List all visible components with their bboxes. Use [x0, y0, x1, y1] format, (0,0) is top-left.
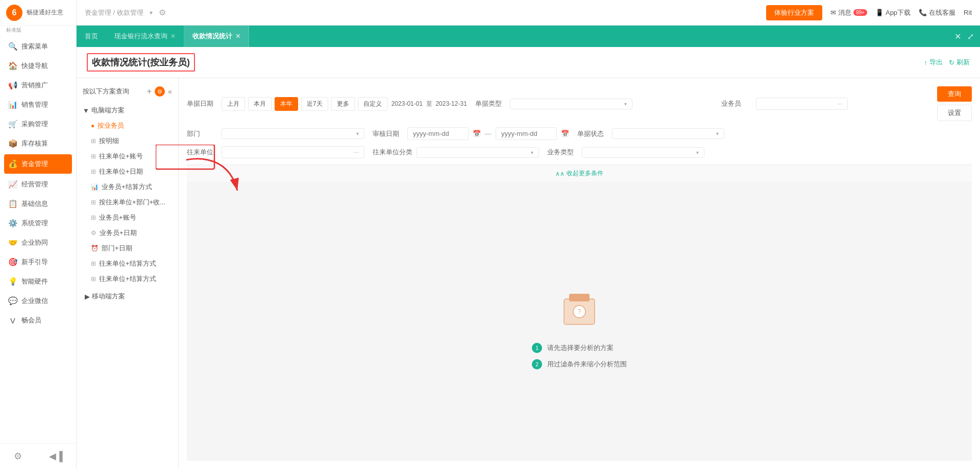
calendar-icon-2[interactable]: 📅 [561, 130, 569, 137]
tree-desktop-header[interactable]: ▼ 电脑端方案 [77, 103, 178, 118]
collapse-panel-icon[interactable]: « [168, 87, 172, 96]
sidebar-item-vip[interactable]: V 畅会员 [0, 311, 76, 330]
sidebar-item-inventory[interactable]: 📦 库存核算 [0, 134, 76, 153]
counterpart-more-icon[interactable]: ··· [354, 149, 359, 156]
sidebar-bottom: ⚙ ◀▐ [0, 443, 76, 469]
sidebar-item-operations[interactable]: 📈 经营管理 [0, 175, 76, 194]
scheme-counterpart-date[interactable]: ⊞ 往来单位+日期 [77, 164, 178, 179]
sidebar-item-system[interactable]: ⚙️ 系统管理 [0, 214, 76, 233]
filter-counterpart-cat-item: 往来单位分类 ▾ [373, 147, 539, 158]
tab-bank-close-icon[interactable]: ✕ [170, 33, 176, 40]
scheme-dept-date[interactable]: ⏰ 部门+日期 [77, 241, 178, 256]
doctype-select[interactable]: ▾ [510, 99, 632, 109]
tab-bar-right-actions: ✕ ⤢ [954, 32, 980, 41]
scheme-by-staff[interactable]: ● 按业务员 [77, 118, 178, 133]
scheme-counterpart-settle1[interactable]: ⊞ 往来单位+结算方式 [77, 256, 178, 271]
counterpart-dept-icon: ⊞ [91, 199, 96, 206]
scheme-staff-date[interactable]: ⚙ 业务员+日期 [77, 225, 178, 241]
tab-maximize-icon[interactable]: ⤢ [967, 32, 974, 41]
scheme-counterpart-dept[interactable]: ⊞ 按往来单位+部门+收... [77, 195, 178, 210]
sidebar-item-purchase[interactable]: 🛒 采购管理 [0, 114, 76, 134]
refresh-btn[interactable]: ↻ 刷新 [949, 58, 970, 67]
sidebar-item-wechat[interactable]: 💬 企业微信 [0, 291, 76, 311]
collapse-icon: ∧∧ [555, 170, 565, 177]
tab-collection-stats[interactable]: 收款情况统计 ✕ [184, 26, 249, 47]
filter-settings-btn[interactable]: 设置 [937, 105, 972, 121]
tab-bank-statement[interactable]: 现金银行流水查询 ✕ [106, 26, 184, 47]
dept-select-arrow-icon: ▾ [356, 131, 359, 136]
sales-icon: 📊 [8, 100, 17, 109]
counterpart-select[interactable]: ··· [222, 146, 364, 158]
sidebar-item-system-label: 系统管理 [21, 219, 48, 228]
export-icon: ↑ [924, 59, 928, 66]
scheme-counterpart-account[interactable]: ⊞ 往来单位+账号 [77, 149, 178, 164]
filter-docstatus-item: 单据状态 ▾ [577, 128, 724, 139]
sidebar-item-basicinfo[interactable]: 📋 基础信息 [0, 194, 76, 214]
date-btn-thisyear[interactable]: 本年 [275, 97, 298, 111]
date-btn-7days[interactable]: 近7天 [301, 97, 328, 111]
dropdown-arrow-icon[interactable]: ▾ [150, 9, 153, 16]
sidebar-item-hardware[interactable]: 💡 智能硬件 [0, 272, 76, 291]
empty-tip-1: 1 请先选择要分析的方案 [532, 343, 627, 353]
review-date-to-input[interactable] [496, 127, 557, 140]
user-name[interactable]: Rit [964, 9, 972, 16]
operations-icon: 📈 [8, 180, 17, 189]
sidebar-item-sales[interactable]: 📊 销售管理 [0, 95, 76, 114]
date-btn-thismonth[interactable]: 本月 [248, 97, 272, 111]
scheme-staff-account[interactable]: ⊞ 业务员+账号 [77, 210, 178, 225]
staff-settle-icon: 📊 [91, 183, 99, 191]
tree-mobile-section[interactable]: ▶ 移动端方案 [77, 289, 178, 304]
purchase-icon: 🛒 [8, 120, 17, 129]
scheme-settings-icon[interactable]: ⚙ [155, 86, 165, 97]
message-btn[interactable]: ✉ 消息 99+ [830, 8, 867, 17]
online-service-btn[interactable]: 📞 在线客服 [919, 8, 955, 17]
filter-area: 单据日期 上月 本月 本年 近7天 更多 自定义 2023-01-01 [187, 86, 972, 182]
staff-more-icon[interactable]: ··· [837, 100, 842, 107]
sidebar-collapse-btn[interactable]: ◀▐ [45, 449, 67, 464]
date-btn-more[interactable]: 更多 [331, 97, 355, 111]
biztype-select[interactable]: ▾ [582, 147, 704, 158]
sidebar-nav: 🔍 搜索菜单 🏠 快捷导航 📢 营销推广 📊 销售管理 🛒 采购管理 📦 库存核… [0, 35, 76, 443]
add-scheme-icon[interactable]: + [147, 87, 152, 96]
counterpart-settle2-icon: ⊞ [91, 275, 96, 283]
calendar-icon-1[interactable]: 📅 [473, 130, 481, 137]
sidebar-item-finance[interactable]: 💰 资金管理 [4, 154, 72, 174]
sidebar-item-marketing[interactable]: 📢 营销推广 [0, 76, 76, 95]
sidebar-settings-btn[interactable]: ⚙ [10, 449, 26, 464]
sidebar-item-quicknav[interactable]: 🏠 快捷导航 [0, 56, 76, 76]
counterpart-cat-select[interactable]: ▾ [416, 147, 539, 158]
trial-btn[interactable]: 体验行业方案 [766, 5, 822, 20]
staff-select[interactable]: ··· [756, 98, 848, 110]
scheme-by-detail[interactable]: ⊞ 按明细 [77, 133, 178, 149]
query-btn[interactable]: 查询 [937, 86, 972, 102]
date-btn-custom[interactable]: 自定义 [358, 97, 387, 111]
sidebar-item-purchase-label: 采购管理 [21, 120, 48, 129]
sidebar-item-guide[interactable]: 🎯 新手引导 [0, 252, 76, 272]
sidebar-item-finance-label: 资金管理 [21, 159, 48, 169]
scheme-dept-date-label: 部门+日期 [102, 244, 132, 253]
biztype-label: 业务类型 [547, 148, 578, 157]
tab-close-all-icon[interactable]: ✕ [954, 32, 961, 41]
tip-1-text: 请先选择要分析的方案 [547, 343, 614, 353]
tab-home[interactable]: 首页 [77, 26, 106, 47]
sidebar-item-enterprise[interactable]: 🤝 企业协同 [0, 233, 76, 252]
sidebar-item-search[interactable]: 🔍 搜索菜单 [0, 37, 76, 56]
sidebar-item-sales-label: 销售管理 [21, 100, 48, 109]
app-download-btn[interactable]: 📱 App下载 [875, 8, 911, 17]
biztype-arrow-icon: ▾ [696, 150, 699, 155]
counterpart-date-icon: ⊞ [91, 168, 96, 175]
date-btn-lastmonth[interactable]: 上月 [222, 97, 245, 111]
search-icon: 🔍 [8, 42, 17, 51]
settings-gear-icon[interactable]: ⚙ [159, 8, 166, 17]
sidebar-item-inventory-label: 库存核算 [21, 139, 48, 148]
dept-select[interactable]: ▾ [222, 128, 364, 139]
scheme-counterpart-settle2[interactable]: ⊞ 往来单位+结算方式 [77, 271, 178, 287]
export-btn[interactable]: ↑ 导出 [924, 58, 943, 67]
topbar-actions: 体验行业方案 ✉ 消息 99+ 📱 App下载 📞 在线客服 Rit [766, 5, 972, 20]
scheme-staff-settle[interactable]: 📊 业务员+结算方式 [77, 179, 178, 195]
collapse-more-conditions-btn[interactable]: ∧∧ 收起更多条件 [187, 165, 972, 182]
docstatus-label: 单据状态 [577, 129, 608, 138]
docstatus-select[interactable]: ▾ [612, 128, 724, 139]
tab-collection-close-icon[interactable]: ✕ [235, 33, 240, 40]
review-date-from-input[interactable] [407, 127, 469, 140]
